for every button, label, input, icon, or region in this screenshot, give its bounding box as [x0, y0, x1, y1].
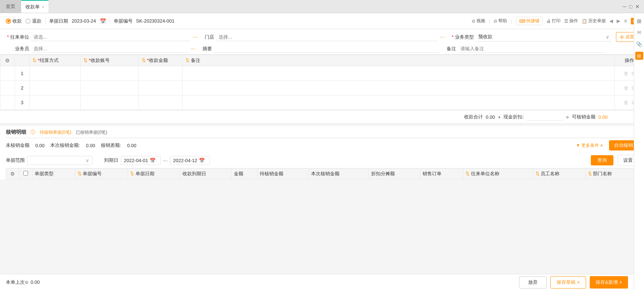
tab-close-icon[interactable]: × — [42, 5, 44, 9]
col-counterpart-name-header: ⇅ 往来单位名称 — [463, 169, 533, 179]
sidebar-clip-icon[interactable]: 📎 — [635, 40, 643, 48]
help-btn[interactable]: ⊙ 帮助 — [494, 18, 507, 24]
list-view-icon[interactable]: ≡ — [624, 18, 627, 24]
date-to-value: 2022-04-12 — [173, 158, 197, 163]
date-to-input[interactable]: 2022-04-12 📅 — [170, 156, 210, 165]
col-settings-header[interactable]: ⚙ — [0, 55, 15, 66]
operation-btn[interactable]: ☰ 操作 — [564, 18, 578, 24]
save-new-arrow: ∧ — [619, 280, 622, 285]
remark-input[interactable] — [458, 45, 605, 53]
refund-radio[interactable]: 退款 — [25, 18, 42, 24]
col-account-header: ⇅ *收款账号 — [80, 55, 139, 66]
staff-ellipsis[interactable]: ··· — [191, 46, 195, 52]
history-btn[interactable]: 📋 历史单据 — [582, 18, 606, 24]
select-all-checkbox[interactable] — [23, 171, 28, 176]
col-settings-header2[interactable]: ⚙ — [6, 169, 19, 179]
sidebar-mail-icon[interactable]: ✉ — [635, 28, 643, 36]
store-input[interactable] — [216, 33, 437, 41]
counterpart-input[interactable] — [31, 33, 191, 41]
row1-delete-icon[interactable]: 🗑 — [624, 71, 628, 76]
bottom-bar: 本单上次⊙ 0.00 放弃 保存草稿 ∧ 保存&新增 ∧ — [0, 274, 634, 290]
calendar-icon[interactable]: 📅 — [100, 18, 106, 24]
sidebar-table-icon[interactable]: ▦ — [635, 17, 643, 25]
pending-tab[interactable]: 待核销单据(0笔) — [40, 129, 71, 136]
store-field: 门店 ··· — [205, 33, 444, 41]
form-row-2: 业务员 ··· 摘要 备注 — [6, 45, 638, 53]
business-type-select[interactable]: 预收款 ∨ — [476, 32, 612, 42]
receipt-radio[interactable]: 收款 — [6, 18, 22, 24]
save-draft-btn[interactable]: 保存草稿 ∧ — [550, 276, 586, 289]
writeoff-info-icon[interactable]: ⓘ — [31, 129, 35, 136]
row3-delete-icon[interactable]: 🗑 — [624, 100, 628, 105]
abandon-btn[interactable]: 放弃 — [519, 276, 547, 289]
col-checkbox-header[interactable] — [19, 169, 32, 179]
equals-label: = — [566, 114, 569, 120]
maximize-icon[interactable]: □ — [629, 4, 632, 9]
tab-label: 收款单 — [25, 4, 40, 10]
total-label: 收款合计 — [464, 114, 483, 120]
current-value: 0.00 — [86, 143, 95, 148]
col-payment-header: ⇅ *结算方式 — [30, 55, 80, 66]
diff-label: 核销差额: — [101, 142, 121, 149]
col-current-amount-header: 本次核销金额 — [309, 169, 369, 179]
staff-label: 业务员 — [6, 46, 29, 52]
col-staff-name-header: ⇅ 员工名称 — [533, 169, 585, 179]
date-to-icon: 📅 — [199, 158, 205, 163]
next-record-icon[interactable]: ▶ — [617, 18, 620, 24]
date-from-input[interactable]: 2022-04-01 📅 — [121, 156, 161, 165]
unverified-value: 0.00 — [35, 143, 44, 148]
counterpart-label: * 往来单位 — [6, 34, 29, 40]
summary-field: 摘要 — [203, 45, 439, 53]
staff-input[interactable] — [31, 45, 188, 53]
shortcut-btn[interactable]: ⌨ 快捷键 — [516, 17, 543, 25]
writeoff-title: 核销明细 — [6, 129, 26, 136]
range-select-arrow: ∨ — [86, 158, 89, 163]
bottom-bar-right: 放弃 保存草稿 ∧ 保存&新增 ∧ — [519, 276, 628, 289]
writeoff-table: ⚙ 单据类型 ⇅ 单据编号 ⇅ 单据日期 收款到期日 金额 待核销金额 本次核销… — [6, 168, 638, 179]
col-pending-header: 待核销金额 — [258, 169, 309, 179]
store-ellipsis[interactable]: ··· — [440, 34, 444, 40]
save-draft-arrow: ∧ — [577, 280, 580, 285]
print-btn[interactable]: 🖨 打印 — [546, 18, 561, 24]
date-label: 单据日期 — [49, 18, 68, 24]
sidebar-camera-icon[interactable]: ⊞ — [635, 52, 643, 60]
store-label: 门店 — [205, 34, 214, 40]
date-value: 2023-03-24 — [72, 18, 96, 24]
staff-field: 业务员 ··· — [6, 45, 195, 53]
range-select[interactable]: ∨ — [27, 156, 93, 165]
col-discount-header: 折扣分摊额 — [369, 169, 420, 179]
col-sales-order-header: 销售订单 — [420, 169, 463, 179]
refund-label: 退款 — [32, 18, 42, 24]
minimize-icon[interactable]: ─ — [623, 4, 627, 9]
window-close-icon[interactable]: ✕ — [635, 4, 640, 9]
col-num-header — [15, 55, 30, 66]
last-value: 0.00 — [31, 279, 40, 285]
video-btn[interactable]: ⊙ 视频 — [472, 18, 485, 24]
prev-record-icon[interactable]: ◀ — [609, 18, 613, 24]
more-conditions-btn[interactable]: ▼ 更多条件 ∧ — [576, 142, 603, 149]
remark-field: 备注 — [447, 45, 605, 53]
table-row: 3 🗑 ⧉ — [0, 95, 644, 110]
due-date-label: 到期日 — [104, 157, 118, 164]
main-table: ⚙ ⇅ *结算方式 ⇅ *收款账号 ⇅ *收款金额 ⇅ 备注 操作 1 🗑 ⧉ — [0, 55, 644, 110]
discount-input[interactable] — [527, 113, 563, 121]
tab-bar-spacer — [48, 0, 623, 13]
query-btn[interactable]: 查询 — [591, 155, 613, 165]
done-tab[interactable]: 已核销单据(0笔) — [76, 129, 107, 136]
filter-row: 单据范围 ∨ 到期日 2022-04-01 📅 — 2022-04-12 📅 查… — [6, 153, 638, 168]
table-row: 2 🗑 ⧉ — [0, 81, 644, 95]
col-doc-date-header: ⇅ 单据日期 — [127, 169, 180, 179]
table-section: ⚙ ⇅ *结算方式 ⇅ *收款账号 ⇅ *收款金额 ⇅ 备注 操作 1 🗑 ⧉ — [0, 55, 644, 110]
col-doc-num-header: ⇅ 单据编号 — [75, 169, 127, 179]
verifiable-label: 可核销金额 — [572, 114, 596, 120]
diff-value: 0.00 — [127, 143, 136, 148]
counterpart-ellipsis[interactable]: ··· — [193, 34, 197, 40]
tab-home[interactable]: 首页 — [0, 0, 21, 13]
save-new-btn[interactable]: 保存&新增 ∧ — [590, 276, 628, 289]
tab-active[interactable]: 收款单 × — [21, 0, 48, 13]
writeoff-section: 核销明细 ⓘ 待核销单据(0笔) 已核销单据(0笔) 未核销金额 0.00 本次… — [0, 126, 644, 179]
form-area: * 往来单位 ··· 门店 ··· * 业务类型 预收款 ∨ ⚙ 设置 业务员 … — [0, 29, 644, 55]
summary-input[interactable] — [214, 45, 439, 53]
date-from-value: 2022-04-01 — [124, 158, 148, 163]
row2-delete-icon[interactable]: 🗑 — [624, 85, 628, 91]
